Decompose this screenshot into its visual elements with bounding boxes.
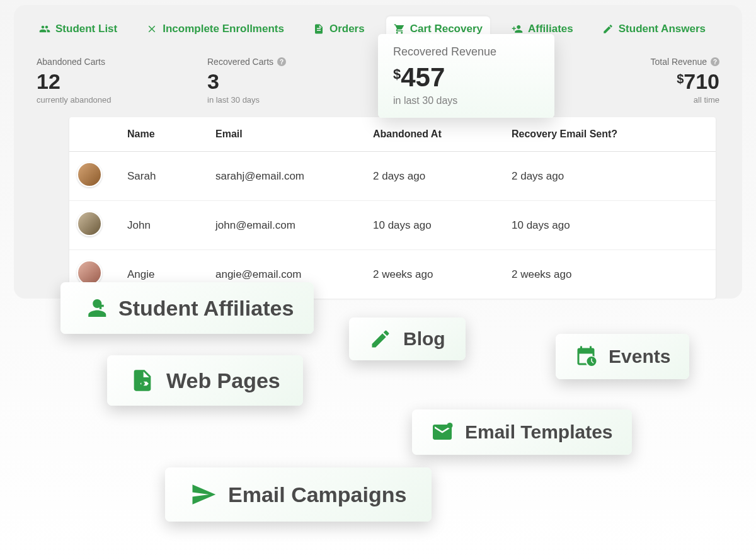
tab-student-answers[interactable]: Student Answers bbox=[595, 16, 713, 43]
col-name[interactable]: Name bbox=[120, 117, 208, 152]
tab-orders[interactable]: Orders bbox=[306, 16, 372, 43]
feature-blog[interactable]: Blog bbox=[349, 317, 466, 360]
feature-label: Blog bbox=[403, 328, 445, 350]
cell-name: Sarah bbox=[120, 152, 208, 201]
cell-abandoned-at: 10 days ago bbox=[365, 201, 504, 250]
highlight-sub: in last 30 days bbox=[393, 95, 539, 106]
metric-value: 12 bbox=[37, 69, 207, 94]
metric-abandoned-carts: Abandoned Carts 12 currently abandoned bbox=[37, 57, 207, 105]
tab-label: Incomplete Enrollments bbox=[163, 23, 284, 35]
cell-abandoned-at: 2 weeks ago bbox=[365, 250, 504, 299]
cell-abandoned-at: 2 days ago bbox=[365, 152, 504, 201]
feature-label: Web Pages bbox=[166, 369, 280, 393]
svg-point-0 bbox=[447, 423, 453, 428]
help-icon[interactable]: ? bbox=[711, 57, 719, 66]
metric-label: Recovered Carts ? bbox=[207, 57, 378, 67]
tab-label: Student List bbox=[55, 23, 117, 35]
tab-incomplete-enrollments[interactable]: Incomplete Enrollments bbox=[139, 16, 292, 43]
metric-sub: all time bbox=[549, 95, 719, 105]
avatar bbox=[77, 260, 102, 285]
table-row[interactable]: Sarah sarahj@email.com 2 days ago 2 days… bbox=[69, 152, 716, 201]
feature-email-templates[interactable]: Email Templates bbox=[412, 409, 632, 455]
feature-label: Email Templates bbox=[465, 421, 613, 443]
feature-label: Events bbox=[609, 346, 670, 367]
metric-total-revenue: Total Revenue ? $710 all time bbox=[549, 57, 719, 105]
user-plus-icon bbox=[81, 295, 107, 321]
recovered-revenue-card: Recovered Revenue $457 in last 30 days bbox=[378, 34, 554, 118]
table-header-row: Name Email Abandoned At Recovery Email S… bbox=[69, 117, 716, 152]
cart-icon bbox=[394, 23, 405, 35]
feature-label: Email Campaigns bbox=[228, 483, 406, 507]
x-icon bbox=[146, 23, 158, 35]
metric-label: Total Revenue ? bbox=[549, 57, 719, 67]
tab-label: Student Answers bbox=[619, 23, 706, 35]
metric-label: Abandoned Carts bbox=[37, 57, 207, 67]
user-plus-icon bbox=[512, 23, 523, 35]
tab-label: Orders bbox=[329, 23, 365, 35]
tab-student-list[interactable]: Student List bbox=[32, 16, 125, 43]
pencil-icon bbox=[602, 23, 614, 35]
col-email[interactable]: Email bbox=[208, 117, 365, 152]
help-icon[interactable]: ? bbox=[277, 57, 286, 66]
calendar-clock-icon bbox=[575, 345, 597, 368]
cell-email: sarahj@email.com bbox=[208, 152, 365, 201]
feature-email-campaigns[interactable]: Email Campaigns bbox=[165, 467, 432, 522]
avatar bbox=[77, 211, 102, 236]
tab-label: Affiliates bbox=[528, 23, 573, 35]
cell-recovery-sent: 2 weeks ago bbox=[504, 250, 716, 299]
metric-sub: in last 30 days bbox=[207, 95, 378, 105]
users-icon bbox=[39, 23, 50, 35]
cell-recovery-sent: 2 days ago bbox=[504, 152, 716, 201]
paper-plane-icon bbox=[190, 481, 217, 508]
highlight-value: $457 bbox=[393, 62, 539, 93]
table-row[interactable]: John john@email.com 10 days ago 10 days … bbox=[69, 201, 716, 250]
highlight-label: Recovered Revenue bbox=[393, 45, 539, 59]
feature-events[interactable]: Events bbox=[556, 334, 689, 379]
cell-name: John bbox=[120, 201, 208, 250]
cell-email: john@email.com bbox=[208, 201, 365, 250]
abandoned-carts-table: Name Email Abandoned At Recovery Email S… bbox=[69, 117, 716, 299]
pen-icon bbox=[369, 328, 392, 350]
metric-sub: currently abandoned bbox=[37, 95, 207, 105]
envelope-dot-icon bbox=[431, 421, 454, 443]
code-file-icon bbox=[130, 368, 155, 393]
cell-recovery-sent: 10 days ago bbox=[504, 201, 716, 250]
avatar bbox=[77, 162, 102, 187]
metric-recovered-carts: Recovered Carts ? 3 in last 30 days bbox=[207, 57, 378, 105]
feature-label: Student Affiliates bbox=[118, 296, 294, 321]
tab-label: Cart Recovery bbox=[410, 23, 483, 35]
feature-web-pages[interactable]: Web Pages bbox=[107, 355, 303, 406]
metric-value: 3 bbox=[207, 69, 378, 94]
col-abandoned-at[interactable]: Abandoned At bbox=[365, 117, 504, 152]
file-icon bbox=[313, 23, 324, 35]
feature-student-affiliates[interactable]: Student Affiliates bbox=[60, 282, 314, 334]
metric-value: $710 bbox=[549, 69, 719, 94]
col-recovery-sent[interactable]: Recovery Email Sent? bbox=[504, 117, 716, 152]
